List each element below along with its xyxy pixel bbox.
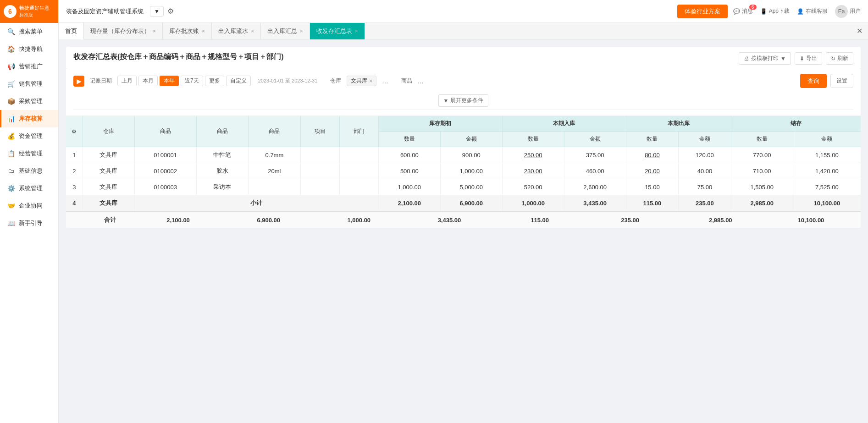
- topbar: 装备及固定资产辅助管理系统 ▼ ⚙ 体验行业方案 💬 消息 6 📱 App下载 …: [59, 0, 868, 23]
- tab-receive-send-close[interactable]: ×: [355, 28, 358, 34]
- table-footer: 合计 2,100.00 6,900.00 1,000.00 3,435.00 1…: [66, 211, 861, 228]
- tab-batch-ledger-close[interactable]: ×: [202, 28, 205, 34]
- date-btn-7days[interactable]: 近7天: [181, 76, 203, 86]
- th-out-qty: 数量: [626, 132, 679, 147]
- sidebar-item-basicinfo[interactable]: 🗂 基础信息: [0, 162, 58, 180]
- app-logo: 6 畅捷通好生意 标准版: [0, 0, 58, 23]
- topbar-actions: 💬 消息 6 📱 App下载 👤 在线客服 Ea 用户: [733, 5, 861, 18]
- export-button[interactable]: ⬇ 导出: [795, 52, 822, 65]
- date-btn-last-month[interactable]: 上月: [117, 76, 137, 86]
- cell-dept: [339, 147, 378, 163]
- topbar-system: 装备及固定资产辅助管理系统 ▼ ⚙: [66, 6, 672, 17]
- date-buttons: 上月 本月 本年 近7天 更多 自定义: [117, 76, 251, 86]
- cell-open-qty: 600.00: [378, 147, 440, 163]
- sidebar-item-label: 资金管理: [19, 132, 43, 140]
- online-service-action[interactable]: 👤 在线客服: [797, 7, 828, 15]
- subtotal-close-amt: 10,100.00: [793, 195, 861, 211]
- sidebar-item-label: 基础信息: [19, 167, 43, 175]
- table-row: 3 文具库 0100003 采访本 1,000.00 5,000.00 520.…: [66, 179, 861, 195]
- tab-batch-ledger[interactable]: 库存批次账 ×: [163, 23, 212, 39]
- sidebar-item-cooperation[interactable]: 🤝 企业协同: [0, 197, 58, 214]
- close-all-tabs-icon[interactable]: ✕: [851, 27, 868, 35]
- footer-open-amt: 6,900.00: [223, 217, 314, 224]
- gear-icon[interactable]: ⚙: [167, 7, 174, 16]
- guide-icon: 📖: [7, 219, 15, 227]
- expand-conditions-button[interactable]: ▼ 展开更多条件: [438, 94, 489, 107]
- sidebar-item-marketing[interactable]: 📢 营销推广: [0, 58, 58, 75]
- date-btn-custom[interactable]: 自定义: [226, 76, 251, 86]
- warehouse-tag-remove[interactable]: ×: [369, 78, 372, 84]
- th-in-qty: 数量: [502, 132, 564, 147]
- cell-in-qty[interactable]: 520.00: [502, 179, 564, 195]
- date-btn-this-year[interactable]: 本年: [160, 76, 179, 86]
- tab-in-out-flow-close[interactable]: ×: [251, 28, 254, 34]
- cell-goods-name: 中性笔: [196, 147, 248, 163]
- cell-out-qty[interactable]: 15.00: [626, 179, 679, 195]
- message-action[interactable]: 💬 消息 6: [733, 7, 753, 15]
- sidebar-item-purchase[interactable]: 📦 采购管理: [0, 93, 58, 110]
- service-icon: 👤: [797, 8, 804, 15]
- cell-in-qty[interactable]: 230.00: [502, 163, 564, 179]
- sidebar-item-sales[interactable]: 🛒 销售管理: [0, 75, 58, 93]
- cell-close-qty: 770.00: [731, 147, 793, 163]
- cell-in-qty[interactable]: 250.00: [502, 147, 564, 163]
- goods-more[interactable]: ...: [418, 77, 424, 85]
- print-button[interactable]: 🖨 按模板打印 ▼: [739, 52, 791, 65]
- sidebar-item-inventory[interactable]: 📊 库存核算: [0, 110, 58, 127]
- cell-open-amt: 5,000.00: [440, 179, 502, 195]
- date-btn-more[interactable]: 更多: [205, 76, 224, 86]
- tab-inventory-dist-close[interactable]: ×: [153, 28, 156, 34]
- subtotal-no: 4: [66, 195, 83, 211]
- cell-out-amt: 40.00: [679, 163, 731, 179]
- cell-out-qty[interactable]: 20.00: [626, 163, 679, 179]
- th-goods-code: 商品: [134, 116, 196, 147]
- cell-goods-name: 胶水: [196, 163, 248, 179]
- settings-button[interactable]: 设置: [830, 74, 853, 88]
- sidebar-item-system[interactable]: ⚙️ 系统管理: [0, 180, 58, 197]
- tab-inventory-dist[interactable]: 现存量（库存分布表） ×: [84, 23, 163, 39]
- tab-in-out-summary-close[interactable]: ×: [300, 28, 303, 34]
- date-filter-label: 记账日期: [90, 77, 112, 85]
- table-row: 1 文具库 0100001 中性笔 0.7mm 600.00 900.00 25…: [66, 147, 861, 163]
- app-download-action[interactable]: 📱 App下载: [760, 7, 790, 15]
- tab-in-out-summary[interactable]: 出入库汇总 ×: [261, 23, 310, 39]
- expand-icon: ▼: [443, 98, 449, 104]
- th-close-amt: 金额: [793, 132, 861, 147]
- sidebar-item-finance[interactable]: 💰 资金管理: [0, 127, 58, 145]
- sidebar-item-label: 销售管理: [19, 80, 43, 88]
- refresh-button[interactable]: ↻ 刷新: [826, 52, 853, 65]
- user-action[interactable]: Ea 用户: [835, 5, 861, 18]
- sidebar-item-quicknav[interactable]: 🏠 快捷导航: [0, 40, 58, 58]
- tab-in-out-flow-label: 出入库流水: [218, 27, 248, 35]
- cell-in-amt: 460.00: [564, 163, 626, 179]
- filter-actions: 查询 设置: [800, 74, 853, 88]
- subtotal-out-qty: 115.00: [626, 195, 679, 211]
- trial-button[interactable]: 体验行业方案: [677, 5, 728, 18]
- filter-toggle-button[interactable]: ▶: [73, 76, 84, 87]
- user-label: 用户: [850, 7, 861, 15]
- cell-out-amt: 120.00: [679, 147, 731, 163]
- sidebar-item-operations[interactable]: 📋 经营管理: [0, 145, 58, 162]
- app-download-label: App下载: [769, 7, 790, 15]
- cell-out-qty[interactable]: 80.00: [626, 147, 679, 163]
- cell-dept: [339, 163, 378, 179]
- data-table: ⚙ 仓库 商品 商品 商品 项目 部门 库存期初 本期入库 本期出库 结存 数量: [66, 116, 861, 211]
- logo-sub: 标准版: [19, 12, 50, 18]
- cell-project: [301, 147, 340, 163]
- online-service-label: 在线客服: [806, 7, 828, 15]
- tab-home[interactable]: 首页: [59, 23, 84, 39]
- subtotal-open-amt: 6,900.00: [440, 195, 502, 211]
- date-btn-this-month[interactable]: 本月: [138, 76, 158, 86]
- warehouse-more[interactable]: ...: [382, 77, 388, 85]
- sales-icon: 🛒: [7, 80, 15, 88]
- tab-receive-send-summary[interactable]: 收发存汇总表 ×: [310, 23, 365, 39]
- sidebar-item-search[interactable]: 🔍 搜索菜单: [0, 23, 58, 40]
- footer-total-label: 合计: [87, 216, 133, 224]
- system-select-dropdown[interactable]: ▼: [150, 6, 164, 17]
- message-badge: 6: [749, 5, 757, 10]
- sidebar-item-guide[interactable]: 📖 新手引导: [0, 214, 58, 232]
- tab-in-out-flow[interactable]: 出入库流水 ×: [212, 23, 261, 39]
- query-button[interactable]: 查询: [800, 74, 827, 88]
- subtotal-close-qty: 2,985.00: [731, 195, 793, 211]
- cooperation-icon: 🤝: [7, 202, 15, 210]
